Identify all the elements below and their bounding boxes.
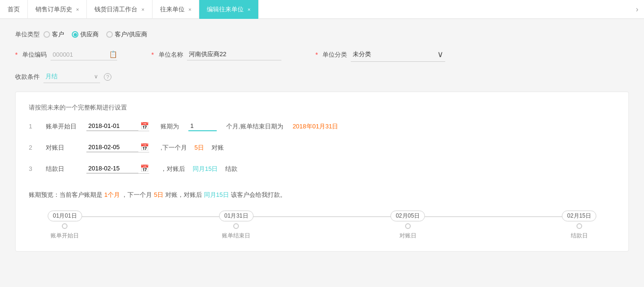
radio-customer[interactable]: 客户 [43,30,64,39]
unit-category-required-star: * [315,51,318,59]
unit-type-label: 单位类型 [15,30,40,39]
tab-home-label: 首页 [8,5,20,14]
unit-code-input-wrapper: 📋 [51,49,117,60]
unit-category-label: 单位分类 [322,51,347,59]
unit-code-required-star: * [15,51,17,59]
row-3-calendar-icon[interactable]: 📅 [140,164,149,173]
timeline-node-1: 01月31日 账单结束日 [219,211,254,240]
preview-prefix: 账期预览：当前客户账期是 [29,191,102,198]
row-3-desc-prefix: ，对账后 [161,165,185,173]
timeline-label-0: 账单开始日 [51,232,79,240]
tab-cash-ledger-close-icon[interactable]: × [141,7,144,12]
row-3-date-input[interactable] [86,164,138,173]
tab-partner-unit-label: 往来单位 [160,5,185,14]
timeline-badge-1: 01月31日 [219,211,254,221]
timeline-nodes: 01月01日 账单开始日 01月31日 账单结束日 02月05日 对账日 02月… [48,211,596,240]
unit-code-item: * 单位编码 📋 [15,49,117,60]
tab-sales-order-history[interactable]: 销售订单历史 × [28,0,87,19]
radio-both[interactable]: 客户/供应商 [106,30,147,39]
unit-code-copy-icon[interactable]: 📋 [109,51,117,58]
timeline-badge-0: 01月01日 [48,211,82,221]
radio-both-label: 客户/供应商 [115,30,147,39]
payment-terms-select[interactable]: 月结 ∨ [43,70,100,83]
preview-suffix: 该客户会给我打款。 [231,191,286,198]
radio-supplier-label: 供应商 [80,30,99,39]
row-1-period-end-date: 2018年01月31日 [293,122,339,131]
payment-terms-chevron-icon: ∨ [94,73,98,80]
row-3-desc-highlight: 同月15日 [193,165,218,173]
row-1-calendar-icon[interactable]: 📅 [140,122,149,130]
timeline-label-3: 结款日 [571,232,588,240]
row-3-label: 结款日 [46,165,79,173]
row-2-date-input[interactable] [86,143,138,152]
row-1-number: 1 [29,123,38,130]
tab-partner-unit-close-icon[interactable]: × [188,7,191,12]
unit-name-required-star: * [151,51,153,59]
row-2-calendar-icon[interactable]: 📅 [140,143,149,152]
row-2-desc-prefix: ,下一个月 [161,144,187,152]
tab-cash-ledger[interactable]: 钱货日清工作台 × [87,0,152,19]
tab-edit-partner-unit-close-icon[interactable]: × [247,7,250,12]
preview-payment: 同月15日 [204,191,229,198]
unit-name-input[interactable] [187,49,281,60]
unit-category-item: * 单位分类 未分类 ∨ [315,47,445,62]
row-2-number: 2 [29,144,38,151]
payment-terms-item: 收款条件 月结 ∨ ? [15,70,111,83]
unit-name-label: 单位名称 [159,51,183,59]
timeline-node-2: 02月05日 对账日 [390,211,425,240]
tab-edit-partner-unit[interactable]: 编辑往来单位 × [199,0,258,19]
timeline-label-2: 对账日 [399,232,416,240]
timeline-dot-2 [405,223,411,229]
row-1-date-input-wrapper: 📅 [86,121,149,131]
settings-card: 请按照未来的一个完整帐期进行设置 1 账单开始日 📅 账期为 个月,账单结束日期… [15,92,629,252]
radio-customer-label: 客户 [52,30,64,39]
unit-name-item: * 单位名称 [151,49,281,60]
unit-info-row: * 单位编码 📋 * 单位名称 * 单位分类 未分类 ∨ [15,47,629,62]
radio-supplier-circle [72,31,78,38]
tabs-more-button[interactable]: › [630,5,644,14]
unit-category-value: 未分类 [353,50,437,59]
preview-mid2: 对账，对账后 [165,191,202,198]
row-1-period-suffix: 个月,账单结束日期为 [226,122,283,131]
tab-partner-unit[interactable]: 往来单位 × [153,0,199,19]
tab-cash-ledger-label: 钱货日清工作台 [94,5,137,14]
unit-code-label: 单位编码 [22,51,47,59]
preview-mid: ，下一个月 [121,191,152,198]
payment-terms-row: 收款条件 月结 ∨ ? [15,70,629,83]
timeline-dot-1 [233,223,239,229]
timeline-dot-3 [576,223,582,229]
timeline-node-3: 02月15日 结款日 [562,211,596,240]
row-1-date-input[interactable] [86,121,138,131]
preview-reconcile: 5日 [154,191,163,198]
tab-home[interactable]: 首页 [0,0,28,19]
row-3-desc-suffix: 结款 [225,165,237,173]
tabs-bar: 首页 销售订单历史 × 钱货日清工作台 × 往来单位 × 编辑往来单位 × › [0,0,644,19]
row-3-number: 3 [29,165,38,172]
row-2-desc-highlight: 5日 [195,144,204,152]
unit-category-chevron-icon: ∨ [437,49,443,59]
payment-terms-value: 月结 [45,72,91,81]
tab-sales-order-label: 销售订单历史 [35,5,72,14]
row-2-desc-suffix: 对账 [212,144,224,152]
settings-row-1: 1 账单开始日 📅 账期为 个月,账单结束日期为 2018年01月31日 [29,121,615,131]
unit-code-input[interactable] [51,49,107,60]
tab-sales-order-close-icon[interactable]: × [76,7,79,12]
timeline-badge-2: 02月05日 [390,211,425,221]
timeline-container: 01月01日 账单开始日 01月31日 账单结束日 02月05日 对账日 02月… [29,211,615,240]
radio-supplier[interactable]: 供应商 [72,30,99,39]
radio-both-circle [106,31,113,38]
tab-edit-partner-unit-label: 编辑往来单位 [207,5,244,14]
preview-period: 1个月 [104,191,120,198]
payment-terms-help-icon[interactable]: ? [104,73,111,81]
settings-row-3: 3 结款日 📅 ，对账后 同月15日 结款 [29,164,615,174]
timeline-label-1: 账单结束日 [222,232,250,240]
unit-type-form-item: 单位类型 客户 供应商 客户/供应商 [15,30,147,39]
timeline-badge-3: 02月15日 [562,211,596,221]
radio-customer-circle [43,31,50,38]
row-2-date-input-wrapper: 📅 [86,143,149,152]
unit-type-row: 单位类型 客户 供应商 客户/供应商 [15,30,629,39]
unit-category-dropdown[interactable]: 未分类 ∨ [351,47,445,62]
payment-terms-label: 收款条件 [15,73,40,81]
row-1-period-input[interactable] [188,121,217,131]
page-content: 单位类型 客户 供应商 客户/供应商 * 单位编码 [0,19,644,287]
